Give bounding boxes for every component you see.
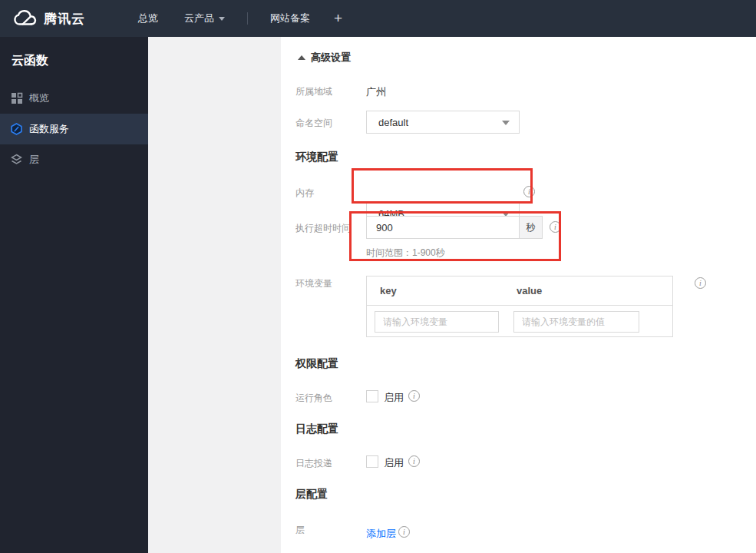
log-delivery-info-icon[interactable]: i	[408, 455, 420, 467]
region-label: 所属地域	[295, 85, 332, 98]
env-key-input[interactable]	[375, 311, 499, 333]
sidebar-item-label: 概览	[29, 91, 49, 105]
memory-label: 内存	[295, 187, 314, 200]
namespace-selected-value: default	[378, 117, 408, 128]
env-config-section-title: 环境配置	[295, 151, 338, 164]
sidebar-item-label: 层	[29, 153, 39, 167]
env-key-column-header: key	[380, 285, 517, 296]
triangle-up-icon	[298, 55, 305, 60]
sidebar-item-function-service[interactable]: 函数服务	[0, 114, 148, 144]
env-vars-table-header: key value	[367, 276, 672, 306]
layer-info-icon[interactable]: i	[398, 526, 410, 538]
topbar: 腾讯云 总览 云产品 网站备案 +	[0, 0, 756, 37]
env-vars-table-row	[367, 306, 672, 337]
timeout-info-icon[interactable]: i	[550, 221, 561, 233]
add-nav-tab-button[interactable]: +	[334, 10, 342, 27]
sidebar-item-label: 函数服务	[29, 122, 69, 136]
timeout-input[interactable]	[366, 216, 520, 239]
chevron-down-icon	[219, 17, 225, 21]
env-vars-label: 环境变量	[295, 277, 332, 290]
sidebar-item-overview[interactable]: 概览	[0, 83, 148, 114]
brand-text: 腾讯云	[44, 10, 85, 28]
cloud-logo-icon	[12, 9, 37, 28]
run-role-enable-label: 启用	[384, 391, 404, 405]
run-role-info-icon[interactable]: i	[408, 390, 420, 402]
log-config-section-title: 日志配置	[295, 422, 338, 436]
nav-cloud-products-label: 云产品	[184, 0, 214, 37]
advanced-settings-toggle[interactable]: 高级设置	[298, 51, 351, 65]
grid-icon	[10, 92, 23, 105]
timeout-input-group: 秒	[366, 216, 543, 239]
timeout-label: 执行超时时间	[295, 222, 351, 235]
sidebar: 云函数 概览 函数服务	[0, 37, 148, 553]
sidebar-title: 云函数	[0, 37, 148, 69]
env-vars-info-icon[interactable]: i	[695, 277, 706, 289]
nav-overview[interactable]: 总览	[130, 0, 166, 37]
nav-cloud-products[interactable]: 云产品	[177, 0, 233, 37]
nav-website-icp-label: 网站备案	[270, 0, 310, 37]
memory-info-icon[interactable]: i	[523, 186, 535, 197]
perm-config-section-title: 权限配置	[295, 357, 338, 371]
log-delivery-label: 日志投递	[295, 457, 332, 470]
dropdown-caret-icon	[502, 121, 510, 125]
backdrop-panel	[148, 37, 281, 553]
memory-highlight-box	[352, 168, 533, 204]
layer-config-section-title: 层配置	[295, 488, 328, 502]
advanced-settings-label: 高级设置	[311, 51, 351, 65]
env-value-column-header: value	[517, 285, 542, 296]
nav-overview-label: 总览	[138, 0, 158, 37]
run-role-enable-checkbox[interactable]	[366, 390, 378, 402]
env-value-input[interactable]	[513, 311, 639, 333]
region-value: 广州	[366, 85, 386, 99]
log-delivery-enable-label: 启用	[384, 456, 404, 470]
scf-icon	[10, 123, 23, 136]
namespace-label: 命名空间	[295, 117, 332, 130]
tencent-cloud-logo[interactable]: 腾讯云	[12, 9, 85, 28]
timeout-range-hint: 时间范围：1-900秒	[366, 247, 445, 260]
sidebar-menu: 概览 函数服务 层	[0, 83, 148, 175]
nav-divider	[247, 12, 248, 25]
layers-icon	[10, 154, 23, 167]
log-delivery-enable-checkbox[interactable]	[366, 455, 378, 468]
timeout-unit-addon: 秒	[520, 216, 543, 239]
namespace-select[interactable]: default	[366, 111, 520, 134]
layer-label: 层	[295, 524, 305, 537]
run-role-label: 运行角色	[295, 392, 332, 405]
advanced-settings-panel: 高级设置 所属地域 广州 命名空间 default 环境配置 内存 64MB i…	[281, 37, 756, 553]
top-navigation: 总览 云产品 网站备案 +	[125, 0, 342, 37]
sidebar-item-layers[interactable]: 层	[0, 144, 148, 175]
nav-website-icp[interactable]: 网站备案	[262, 0, 318, 37]
env-vars-table: key value	[366, 276, 673, 337]
add-layer-link[interactable]: 添加层	[366, 527, 396, 541]
